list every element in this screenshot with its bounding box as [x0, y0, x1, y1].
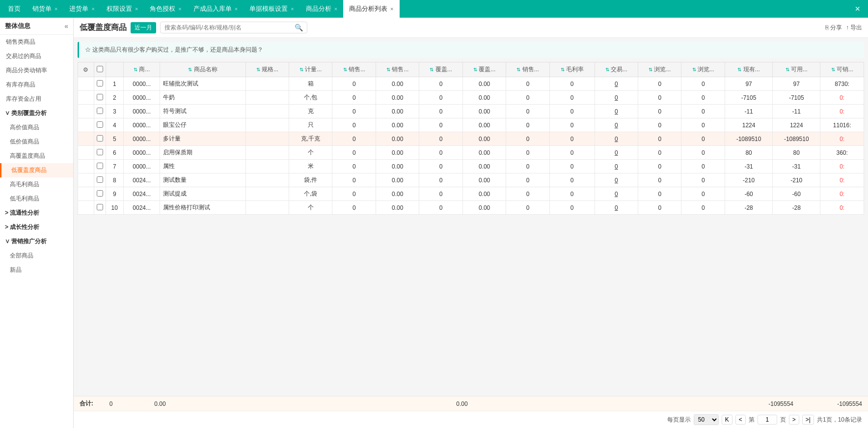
row-checkbox[interactable] [97, 204, 103, 210]
row-stock-sale: 11016: [820, 118, 864, 132]
col-header-spec[interactable]: ⇅ 规格... [245, 62, 289, 77]
sidebar-collapse-button[interactable]: « [64, 22, 68, 30]
close-icon[interactable]: × [91, 6, 94, 12]
browse-link[interactable]: 0 [615, 108, 618, 115]
sidebar-item-low-margin[interactable]: 低毛利商品 [0, 192, 73, 206]
row-checkbox-cell[interactable] [94, 173, 106, 187]
share-button[interactable]: ⎘ 分享 [825, 24, 842, 32]
close-icon[interactable]: × [390, 6, 393, 12]
browse-link[interactable]: 0 [615, 136, 618, 143]
row-code: 0000... [123, 77, 160, 91]
browse-link[interactable]: 0 [615, 177, 618, 184]
row-checkbox-cell[interactable] [94, 201, 106, 215]
nav-tab-production[interactable]: 产成品入库单 × [188, 0, 244, 18]
row-checkbox[interactable] [97, 80, 103, 86]
row-stock-current: -1089510 [725, 132, 772, 146]
row-checkbox-cell[interactable] [94, 132, 106, 146]
col-header-stock-current[interactable]: ⇅ 现有... [725, 62, 772, 77]
nav-tab-analysis[interactable]: 商品分析 × [300, 0, 343, 18]
nav-tab-analysis-list[interactable]: 商品分析列表 × [343, 0, 399, 18]
checkbox-column-header[interactable] [94, 62, 106, 77]
next-page-button[interactable]: > [789, 415, 799, 425]
row-checkbox-cell[interactable] [94, 146, 106, 160]
row-checkbox[interactable] [97, 121, 103, 128]
sidebar-item-stock-funds[interactable]: 库存资金占用 [0, 92, 73, 106]
col-header-browse1[interactable]: ⇅ 浏览... [638, 62, 681, 77]
table-row: 4 0000... 眼宝公仔 只 0 0.00 0 0.00 0 0 0 0 0… [78, 118, 864, 132]
sidebar-group-growth[interactable]: > 成长性分析 [0, 220, 73, 234]
page-number-input[interactable] [758, 415, 777, 425]
row-checkbox[interactable] [97, 94, 103, 100]
first-page-button[interactable]: K [722, 415, 732, 425]
row-checkbox-cell[interactable] [94, 77, 106, 91]
export-button[interactable]: ↑ 导出 [846, 24, 862, 32]
nav-tab-sales[interactable]: 销货单 × [27, 0, 63, 18]
browse-link[interactable]: 0 [615, 122, 618, 129]
last-page-button[interactable]: >| [802, 415, 814, 425]
row-checkbox-cell[interactable] [94, 91, 106, 105]
row-checkbox-cell[interactable] [94, 187, 106, 201]
col-header-margin[interactable]: ⇅ 毛利率 [549, 62, 595, 77]
browse-link[interactable]: 0 [615, 163, 618, 170]
close-icon[interactable]: × [334, 6, 337, 12]
sidebar-item-high-margin[interactable]: 高毛利商品 [0, 177, 73, 192]
sidebar-item-sales-goods[interactable]: 销售类商品 [0, 35, 73, 49]
nav-tab-template[interactable]: 单据模板设置 × [244, 0, 299, 18]
nav-tab-roles[interactable]: 角色授权 × [144, 0, 187, 18]
row-checkbox[interactable] [97, 163, 103, 169]
per-page-select[interactable]: 50 100 200 [694, 414, 719, 425]
row-checkbox[interactable] [97, 108, 103, 114]
sidebar-group-liquidity[interactable]: > 流通性分析 [0, 206, 73, 220]
nav-tab-purchase[interactable]: 进货单 × [63, 0, 100, 18]
close-icon[interactable]: × [54, 6, 57, 12]
col-header-sales-amt[interactable]: ⇅ 销售... [376, 62, 419, 77]
col-header-code[interactable]: ⇅ 商... [123, 62, 160, 77]
settings-column-header[interactable]: ⚙ [78, 62, 94, 77]
row-checkbox-cell[interactable] [94, 105, 106, 118]
sidebar-item-all-goods[interactable]: 全部商品 [0, 249, 73, 263]
browse-link[interactable]: 0 [615, 94, 618, 101]
sidebar-item-traded-goods[interactable]: 交易过的商品 [0, 49, 73, 63]
col-header-browse2[interactable]: ⇅ 浏览... [681, 62, 725, 77]
browse-link[interactable]: 0 [615, 191, 618, 198]
row-checkbox-cell[interactable] [94, 160, 106, 173]
row-checkbox-cell[interactable] [94, 118, 106, 132]
sidebar-item-stock-goods[interactable]: 有库存商品 [0, 78, 73, 92]
col-header-stock-avail[interactable]: ⇅ 可用... [773, 62, 820, 77]
sidebar-item-low-coverage[interactable]: 低覆盖度商品 [0, 163, 73, 177]
col-header-sales-qty[interactable]: ⇅ 销售... [332, 62, 376, 77]
sidebar-item-new-goods[interactable]: 新品 [0, 263, 73, 277]
close-icon[interactable]: × [178, 6, 181, 12]
row-checkbox[interactable] [97, 135, 103, 142]
sidebar-item-category-rate[interactable]: 商品分类动销率 [0, 63, 73, 78]
browse-link[interactable]: 0 [615, 81, 618, 87]
nav-tab-home[interactable]: 首页 [2, 0, 27, 18]
sidebar-item-high-coverage[interactable]: 高覆盖度商品 [0, 149, 73, 163]
col-header-unit[interactable]: ⇅ 计量... [289, 62, 332, 77]
window-close-button[interactable]: × [849, 0, 866, 18]
prev-page-button[interactable]: < [735, 415, 746, 425]
row-checkbox[interactable] [97, 176, 103, 183]
close-icon[interactable]: × [291, 6, 294, 12]
close-icon[interactable]: × [235, 6, 238, 12]
nav-tab-permissions[interactable]: 权限设置 × [101, 0, 144, 18]
col-header-name[interactable]: ⇅ 商品名称 [160, 62, 245, 77]
close-icon[interactable]: × [135, 6, 138, 12]
col-header-cov1[interactable]: ⇅ 覆盖... [419, 62, 462, 77]
row-checkbox[interactable] [97, 149, 103, 155]
col-header-trade[interactable]: ⇅ 交易... [595, 62, 638, 77]
col-header-cov2[interactable]: ⇅ 覆盖... [462, 62, 506, 77]
select-all-checkbox[interactable] [97, 66, 103, 72]
period-button[interactable]: 近一月 [131, 22, 156, 33]
col-header-stock-sale[interactable]: ⇅ 可销... [820, 62, 864, 77]
col-header-sales-count[interactable]: ⇅ 销售... [506, 62, 549, 77]
row-checkbox[interactable] [97, 190, 103, 197]
browse-link[interactable]: 0 [615, 149, 618, 156]
search-input[interactable] [164, 24, 295, 31]
sidebar-group-category-coverage[interactable]: ∨ 类别覆盖分析 [0, 106, 73, 120]
browse-link[interactable]: 0 [615, 204, 618, 211]
sidebar-item-low-value[interactable]: 低价值商品 [0, 135, 73, 149]
sidebar-group-marketing[interactable]: ∨ 营销推广分析 [0, 234, 73, 249]
sidebar-item-high-value[interactable]: 高价值商品 [0, 120, 73, 135]
sidebar: 整体信息 « 销售类商品 交易过的商品 商品分类动销率 有库存商品 库存资金占用… [0, 18, 74, 428]
